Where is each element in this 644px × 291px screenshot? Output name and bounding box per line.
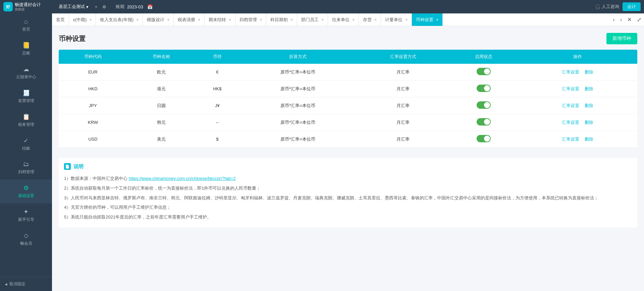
cell-method: 原币*汇率=本位币	[239, 97, 357, 114]
add-workspace-button[interactable]: ＋	[94, 4, 98, 10]
tab-period[interactable]: ε(中期) ×	[69, 13, 96, 26]
tab-label: 期末结转	[209, 17, 226, 23]
rate-settings-link[interactable]: 汇率设置	[562, 137, 579, 142]
title-bar: 好 畅捷通好会计 旗舰版 基层工会测试 ▾ ＋ ⚙ 账期 2023-03 📅 🎧…	[0, 0, 644, 13]
tab-label: ε(中期)	[73, 17, 87, 23]
delete-link[interactable]: 删除	[585, 69, 593, 75]
tab-close-icon[interactable]: ×	[321, 17, 324, 22]
tab-units[interactable]: 计量单位 ×	[381, 13, 412, 26]
sidebar-item-label: 首页	[22, 27, 30, 32]
headphone-icon: 🎧	[595, 4, 600, 9]
enable-toggle[interactable]	[477, 68, 491, 75]
tab-label: 模版设计	[147, 17, 164, 23]
sidebar-item-home[interactable]: ⌂ 首页	[0, 13, 52, 37]
tab-close-icon[interactable]: ×	[198, 17, 200, 22]
support-button[interactable]: 🎧 人工咨询	[595, 4, 619, 10]
tab-yearend[interactable]: 期末结转 ×	[205, 13, 235, 26]
sidebar-item-settings[interactable]: ⚙ 基础设置	[0, 180, 52, 203]
rate-settings-link[interactable]: 汇率设置	[562, 69, 579, 75]
tab-close-all-button[interactable]: ✕	[625, 13, 634, 26]
table-row: EUR 欧元 € 原币*汇率=本位币 月汇率 汇率设置 删除	[59, 64, 637, 81]
settings-icon[interactable]: ⚙	[102, 4, 106, 9]
sidebar-item-archive[interactable]: 🗂 归档管理	[0, 156, 52, 180]
tab-close-icon[interactable]: ×	[136, 17, 139, 22]
logo: 好 畅捷通好会计 旗舰版	[3, 2, 55, 11]
notes-list: 1）数据来源：中国外汇交易中心 https://www.chinamoney.c…	[64, 174, 632, 222]
archive-icon: 🗂	[23, 161, 29, 168]
rate-settings-link[interactable]: 汇率设置	[562, 103, 579, 108]
currency-table: 币种代码 币种名称 币符 折算方式 汇率设置方式 启用状态 操作 EUR 欧元 …	[59, 50, 637, 148]
table-row: USD 美元 $ 原币*汇率=本位币 月汇率 汇率设置 删除	[59, 131, 637, 148]
account-button[interactable]: 会计	[623, 2, 641, 11]
page-title: 币种设置	[59, 34, 86, 43]
sidebar-collapse-button[interactable]: ◄ ◄ 取消固定 取消固定	[0, 277, 52, 291]
cell-status	[449, 114, 518, 131]
tab-label: 收入支出表(年报)	[100, 17, 133, 23]
sidebar-item-ledger[interactable]: 📒 总账	[0, 37, 52, 61]
col-status: 启用状态	[449, 50, 518, 64]
sidebar-item-close[interactable]: ✓ 结账	[0, 132, 52, 156]
enable-toggle[interactable]	[477, 118, 491, 126]
tab-archive[interactable]: 归档管理 ×	[235, 13, 266, 26]
tab-template[interactable]: 模版设计 ×	[143, 13, 174, 26]
tab-close-icon[interactable]: ×	[229, 17, 231, 22]
tab-close-icon[interactable]: ×	[260, 17, 262, 22]
tab-close-icon[interactable]: ×	[374, 17, 377, 22]
china-money-link[interactable]: https://www.chinamoney.com.cn/chinese/bk…	[129, 176, 236, 181]
rate-settings-link[interactable]: 汇率设置	[562, 86, 579, 91]
workspace-selector[interactable]: 基层工会测试 ▾	[59, 4, 89, 10]
enable-toggle[interactable]	[477, 101, 491, 109]
notes-title: 说明	[73, 163, 84, 170]
period-label: 账期	[116, 4, 124, 10]
cell-name: 美元	[127, 131, 196, 148]
delete-link[interactable]: 删除	[585, 120, 593, 125]
settings-gear-icon: ⚙	[23, 184, 29, 192]
cloud-icon: ☁	[23, 65, 29, 73]
cell-actions: 汇率设置 删除	[518, 97, 637, 114]
cell-name: 港元	[127, 81, 196, 97]
dropdown-arrow-icon: ▾	[86, 4, 89, 9]
notes-section: 📄 说明 1）数据来源：中国外汇交易中心 https://www.chinamo…	[59, 158, 637, 228]
enable-toggle[interactable]	[477, 85, 491, 92]
tab-close-icon[interactable]: ×	[352, 17, 355, 22]
tab-close-icon[interactable]: ×	[89, 17, 92, 22]
logo-sub: 旗舰版	[15, 7, 41, 11]
cell-status	[449, 81, 518, 97]
list-item: 3）人民币对马来西亚林吉特、俄罗斯卢布、南非兰特、韩元、阿联酋迪拉姆、沙特里亚尔…	[64, 193, 632, 203]
tab-partners[interactable]: 往来单位 ×	[328, 13, 359, 26]
tab-inventory[interactable]: 存货 ×	[359, 13, 381, 26]
cell-status	[449, 131, 518, 148]
tab-tax[interactable]: 税表清册 ×	[174, 13, 205, 26]
sidebar-item-tax[interactable]: 📋 税务管理	[0, 108, 52, 132]
calendar-icon[interactable]: 📅	[147, 4, 153, 9]
invoice-icon: 🧾	[22, 89, 30, 97]
new-currency-button[interactable]: 新增币种	[606, 33, 637, 44]
rate-settings-link[interactable]: 汇率设置	[562, 120, 579, 125]
sidebar-item-reports[interactable]: ☁ 云报表中心	[0, 61, 52, 85]
title-bar-right: 🎧 人工咨询 会计	[595, 2, 641, 11]
delete-link[interactable]: 删除	[585, 137, 593, 142]
sidebar-item-member[interactable]: ◇ 畅会员	[0, 227, 52, 251]
sidebar-item-invoice[interactable]: 🧾 发票管理	[0, 85, 52, 108]
tab-next-button[interactable]: ›	[618, 13, 625, 26]
tab-subjects[interactable]: 科目期初 ×	[266, 13, 297, 26]
delete-link[interactable]: 删除	[585, 86, 593, 91]
enable-toggle[interactable]	[477, 135, 491, 142]
sidebar-item-guide[interactable]: ✦ 新手引导	[0, 203, 52, 227]
collapse-icon: ◄	[4, 282, 8, 287]
tab-prev-button[interactable]: ‹	[610, 13, 617, 26]
delete-link[interactable]: 删除	[585, 103, 593, 108]
tab-close-icon[interactable]: ×	[290, 17, 293, 22]
tab-expand-button[interactable]: ⤢	[634, 13, 644, 26]
tab-close-icon[interactable]: ×	[436, 17, 438, 22]
col-symbol: 币符	[196, 50, 239, 64]
tab-dept[interactable]: 部门员工 ×	[297, 13, 328, 26]
tab-close-icon[interactable]: ×	[167, 17, 169, 22]
tab-close-icon[interactable]: ×	[405, 17, 408, 22]
tab-currency[interactable]: 币种设置 ×	[412, 13, 443, 26]
sidebar-item-label: 畅会员	[20, 241, 32, 246]
tab-income[interactable]: 收入支出表(年报) ×	[96, 13, 143, 26]
home-icon: ⌂	[24, 18, 28, 25]
tab-home[interactable]: 首页	[52, 13, 69, 26]
sidebar-item-label: 结账	[22, 146, 30, 151]
